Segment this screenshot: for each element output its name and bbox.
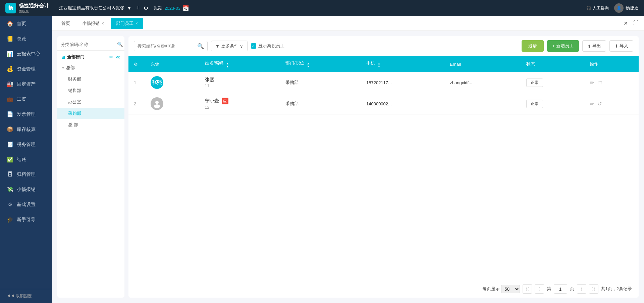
expense-icon: 💸 [7,186,13,193]
tab-expense-close[interactable]: × [102,21,104,26]
close-tab-button[interactable]: ✕ [622,19,629,28]
pagination: 每页显示 50 10 20 100 ⟨⟨ ⟨ 第 页 ⟩ ⟩⟩ [128,280,639,298]
sidebar-item-label: 归档管理 [17,171,36,178]
settings-button[interactable]: ⚙ [144,5,148,11]
show-resigned-checkbox[interactable]: ✓ 显示离职员工 [251,43,284,49]
row-mobile: 140000002... [361,93,444,114]
sidebar-item-label: 云报表中心 [17,51,40,57]
dept-node-office[interactable]: 办公室 [57,96,124,108]
sort-arrows-mobile: ▲▼ [378,62,381,68]
sidebar-item-ledger[interactable]: 📒 总账 [0,31,52,46]
sidebar-item-funds[interactable]: 💰 资金管理 [0,61,52,77]
logo-area: 畅 畅捷通好会计 旗舰版 [5,3,56,14]
sidebar-item-label: 基础设置 [17,202,36,208]
sidebar-item-label: 小畅报销 [17,187,36,193]
col-mobile[interactable]: 手机 ▲▼ [361,56,444,72]
emp-table: ⚙ 头像 姓名/编码 ▲▼ 部门/职位 ▲▼ [128,56,639,280]
support-button[interactable]: 🎧 人工咨询 [586,5,609,11]
sidebar-item-home[interactable]: 🏠 首页 [0,16,52,31]
tax-icon: 🧾 [7,141,13,148]
sidebar-item-label: 固定资产 [17,81,36,87]
refresh-icon[interactable]: ↺ [597,101,602,107]
status-badge: 正常 [526,79,543,87]
add-employee-button[interactable]: + 新增员工 [547,40,579,52]
sidebar-item-expense[interactable]: 💸 小畅报销 [0,182,52,197]
dept-group-zongbu[interactable]: ▼ 总部 [57,62,124,73]
sidebar-item-label: 税务管理 [17,142,36,148]
main-layout: 🏠 首页 📒 总账 📊 云报表中心 💰 资金管理 🏭 固定资产 💼 工资 📄 发… [0,16,644,303]
tab-employees[interactable]: 部门员工 × [111,18,143,29]
export-button[interactable]: ⬆ 导出 [582,40,606,52]
sidebar-item-archive[interactable]: 🗄 归档管理 [0,167,52,182]
tab-employees-close[interactable]: × [136,21,138,26]
cancel-fixed-button[interactable]: ◀◀ 取消固定 [0,289,52,303]
period-value[interactable]: 2023-03 [164,6,180,11]
next-page-button[interactable]: ⟩ [577,284,586,294]
emp-name: 宁小壹 应 [205,98,275,104]
more-filter-button[interactable]: ▼ 更多条件 ∨ [211,41,248,51]
add-button[interactable]: + [135,3,141,13]
tab-expense[interactable]: 小畅报销 × [77,18,109,29]
page-size-select[interactable]: 50 10 20 100 [501,285,520,293]
tab-bar: 首页 小畅报销 × 部门员工 × ✕ ⛶ [52,16,644,31]
import-button[interactable]: ⬇ 导入 [609,40,633,52]
sidebar-item-inventory[interactable]: 📦 库存核算 [0,122,52,137]
show-resigned-label: 显示离职员工 [258,43,284,49]
sidebar-item-assets[interactable]: 🏭 固定资产 [0,77,52,92]
all-dept-button[interactable]: ⊞ 全部部门 [61,54,85,60]
first-page-button[interactable]: ⟨⟨ [523,284,532,294]
invite-button[interactable]: 邀请 [522,40,544,52]
import-icon: ⬇ [614,44,618,49]
logout-icon[interactable]: ⬚ [597,80,602,86]
headset-icon: 🎧 [586,6,591,10]
sidebar-item-salary[interactable]: 💼 工资 [0,92,52,107]
dept-search-input[interactable] [61,42,117,47]
sidebar-item-guide[interactable]: 🎓 新手引导 [0,212,52,227]
last-page-button[interactable]: ⟩⟩ [589,284,598,294]
emp-code: 12 [205,105,275,110]
calendar-icon[interactable]: 📅 [182,5,189,11]
table-header-row: ⚙ 头像 姓名/编码 ▲▼ 部门/职位 ▲▼ [128,56,639,72]
avatar: 👤 [614,3,624,13]
dept-search-icon[interactable]: 🔍 [117,42,123,47]
dept-collapse-button[interactable]: ≪ [115,54,120,60]
prev-page-button[interactable]: ⟨ [535,284,544,294]
company-selector[interactable]: 江西服宝精品有限责任公司内账张 ▼ [56,4,135,12]
sidebar-item-label: 新手引导 [17,217,36,223]
page-number-input[interactable] [554,284,567,294]
dept-edit-button[interactable]: ✏ [109,54,113,60]
dept-action-buttons: ✏ ≪ [109,54,120,60]
assets-icon: 🏭 [7,81,13,87]
col-settings[interactable]: ⚙ [128,56,145,72]
dept-node-sales[interactable]: 销售部 [57,85,124,96]
row-actions: ✏ ↺ [584,93,639,114]
sidebar-item-close[interactable]: ✅ 结账 [0,152,52,167]
sidebar-item-invoice[interactable]: 📄 发票管理 [0,107,52,122]
dept-node-finance[interactable]: 财务部 [57,73,124,85]
maximize-tab-button[interactable]: ⛶ [632,19,640,28]
row-mobile: 187202117... [361,72,444,93]
reports-icon: 📊 [7,51,13,57]
edit-icon[interactable]: ✏ [590,101,594,107]
ledger-icon: 📒 [7,36,13,42]
user-area[interactable]: 👤 畅捷通 [614,3,639,13]
col-dept-position[interactable]: 部门/职位 ▲▼ [280,56,361,72]
edit-icon[interactable]: ✏ [590,80,594,86]
tab-home-label: 首页 [61,20,70,27]
sidebar-item-settings[interactable]: ⚙ 基础设置 [0,197,52,212]
emp-code: 11 [205,84,275,88]
row-number: 2 [134,101,136,106]
search-icon[interactable]: 🔍 [197,43,204,49]
sidebar-item-tax[interactable]: 🧾 税务管理 [0,137,52,152]
logo-icon: 畅 [5,3,16,13]
dept-node-purchasing[interactable]: 采购部 [57,108,124,119]
col-email: Email [444,56,521,72]
sidebar-item-reports[interactable]: 📊 云报表中心 [0,46,52,61]
svg-point-1 [154,104,160,108]
row-actions: ✏ ⬚ [584,72,639,93]
col-name-code[interactable]: 姓名/编码 ▲▼ [200,56,280,72]
search-input[interactable] [138,44,195,49]
tab-home[interactable]: 首页 [56,18,75,29]
dept-node-headquarters[interactable]: 总 部 [57,119,124,131]
row-email: zhangxidf... [444,72,521,93]
